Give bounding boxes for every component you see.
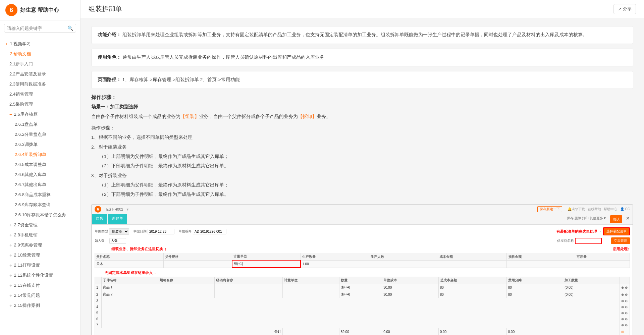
sidebar-item-settings[interactable]: + 2.12系统个性化设置 <box>0 270 80 280</box>
mock-ltd-alloc2: 80 <box>506 291 563 298</box>
mock-people-input[interactable] <box>109 238 126 244</box>
sidebar-item-inventory[interactable]: − 2.6库存核算 <box>0 109 80 119</box>
annotation2-text: 组装业务、拆卸业务在这里切换 <box>111 246 163 252</box>
sidebar-item-label: 2.15操作案例 <box>14 302 40 309</box>
sidebar-item-costadjust[interactable]: 2.6.5成本调整单 <box>0 160 80 170</box>
mock-lower-table-head: 子件名称 规格名称 经销商名称 计量单位 数量 单位成本 总成本金额 费用分摊 … <box>95 277 630 284</box>
mock-footer-v5: 0.00 <box>506 328 563 335</box>
mock-lower-table-body: 1 商品 1 (标+4) 30.00 80 80 (0.00) <box>95 284 630 328</box>
sidebar-item-cases[interactable]: + 2.15操作案例 <box>0 300 80 311</box>
sidebar-item-partialcount[interactable]: 2.6.2分量盘点单 <box>0 129 80 139</box>
path-intro-label: 页面路径： <box>98 77 121 82</box>
collapse-icon: − <box>9 112 12 117</box>
mock-close-icon[interactable]: ✕ <box>623 214 633 224</box>
sidebar-item-stockfix[interactable]: 2.6.10库存账本错了怎么办 <box>0 210 80 220</box>
mock-lth-tcost: 总成本金额 <box>438 277 506 284</box>
sidebar-item-dataprep[interactable]: 2.3使用前数据准备 <box>0 79 80 89</box>
sidebar-item-label: 2.11打印设置 <box>14 262 40 268</box>
mock-td-unit: 组(+1) <box>232 260 301 268</box>
sidebar-item-newuser[interactable]: 2.1新手入门 <box>0 59 80 69</box>
mock-th-parent-spec: 父件规格 <box>163 253 232 261</box>
mock-enable-btn[interactable]: 立采套用 <box>611 237 630 244</box>
sidebar-item-label: 2.9优惠券管理 <box>14 242 42 248</box>
sidebar-item-install[interactable]: 2.2产品安装及登录 <box>0 69 80 79</box>
mock-num-input[interactable] <box>193 229 226 234</box>
collapse-icon: − <box>5 52 8 57</box>
step3a-text: （1）上部明细为父件明细，最终作为原材料生成其它出库单； <box>91 181 633 189</box>
mock-field-num: 单据编号 <box>178 229 226 234</box>
mock-lth-unit: 计量单位 <box>283 277 339 284</box>
sidebar-item-purchase[interactable]: 2.5采购管理 <box>0 99 80 109</box>
sidebar-item-sales[interactable]: 2.4销售管理 <box>0 89 80 99</box>
expand-icon: + <box>5 42 8 47</box>
sidebar-item-label: 2.3使用前数据准备 <box>9 81 46 87</box>
feature-intro-text: 组装拆卸单用来处理企业组装或拆卸等加工业务，支持有固定装配清单的产品加工业务，也… <box>122 32 587 37</box>
mock-annotation5-row: 无固定流水单组成在这里录入 ↓ <box>95 270 630 275</box>
sidebar: 6 好生意 帮助中心 🔍 + 1.视频学习 − 2.帮助文档 2.1新手入门 2… <box>0 0 80 335</box>
scene1-title: 场景一：加工类型选择 <box>91 104 633 110</box>
mock-footer-v4: 0.00 <box>438 328 506 335</box>
sidebar-item-print[interactable]: + 2.11打印设置 <box>0 260 80 270</box>
mock-ltd-unit2 <box>283 291 339 298</box>
mock-assembly-btn[interactable]: 选择装配清单 <box>603 227 630 235</box>
sidebar-item-payment[interactable]: + 2.13在线支付 <box>0 280 80 290</box>
logo-icon: 6 <box>5 4 17 16</box>
table-row: 6 ⊕ ⊖ <box>95 316 630 322</box>
scene1-desc: 当由多个子件材料组装成一个成品的业务为【组装】业务，当由一个父件拆分成多个子产品… <box>91 113 633 121</box>
mock-td-people <box>369 260 438 268</box>
mock-footer-v1 <box>283 328 339 335</box>
mock-ltd-empty6 <box>102 316 620 322</box>
mock-lth-ucost: 单位成本 <box>382 277 439 284</box>
mock-ltd-idx7: 7 <box>95 322 102 328</box>
mock-footer-v3: 0.00 <box>382 328 439 335</box>
mock-ltd-action7: ⊕ ⊖ <box>620 322 630 328</box>
sidebar-item-video[interactable]: + 1.视频学习 <box>0 39 80 49</box>
sidebar-item-assembly[interactable]: 2.6.4组装拆卸单 <box>0 150 80 160</box>
sidebar-item-otherinbound[interactable]: 2.6.6其他入库单 <box>0 170 80 180</box>
sidebar-item-label: 2.1新手入门 <box>9 61 33 67</box>
step1-text: 1、根据不同的业务，选择不同单据的类型来处理 <box>91 133 633 142</box>
sidebar-item-costrecalc[interactable]: 2.6.8商品成本重算 <box>0 190 80 200</box>
mock-footer-v7: ⊞ <box>620 328 630 335</box>
mock-footer-row: 合计 89.00 0.00 0.00 0.00 ⊞ <box>95 328 630 335</box>
arrow-up2-icon: ↑ <box>628 246 630 252</box>
sidebar-item-helpdoc[interactable]: − 2.帮助文档 <box>0 49 80 59</box>
mock-type-select[interactable]: 组装单 <box>109 228 129 235</box>
sidebar-item-label: 2.6.6其他入库单 <box>15 172 46 178</box>
mock-ltd-empty3 <box>102 298 620 304</box>
mock-upper-table-container: 父件名称 父件规格 计量单位 生产数量 生产人数 成本金额 损耗金额 可用量 <box>95 253 630 268</box>
mock-form-row2: 如人数 供应商名称 立采套用 <box>95 237 630 244</box>
mock-th-avail: 可用量 <box>575 253 630 261</box>
mock-tab-zishou[interactable]: 自售 <box>92 214 107 224</box>
sidebar-item-faq[interactable]: + 2.14常见问题 <box>0 290 80 300</box>
mock-confirm-btn[interactable]: 确认 <box>610 215 622 223</box>
sidebar-item-finance[interactable]: + 2.7资金管理 <box>0 220 80 230</box>
mock-ltd-name1: 商品 1 <box>102 284 158 291</box>
sidebar-item-stockledger[interactable]: 2.6.9库存账本查询 <box>0 200 80 210</box>
sidebar-item-otheroutbound[interactable]: 2.6.7其他出库单 <box>0 180 80 190</box>
sidebar-item-label: 2.8手机旺铺 <box>14 232 38 238</box>
search-icon[interactable]: 🔍 <box>67 25 73 31</box>
expand-icon: + <box>9 223 12 228</box>
expand-icon: + <box>9 303 12 308</box>
mock-date-input[interactable] <box>148 229 174 234</box>
sidebar-item-mobile[interactable]: + 2.8手机旺铺 <box>0 230 80 240</box>
sidebar-item-transfer[interactable]: 2.6.3调拨单 <box>0 139 80 150</box>
mock-tab-new[interactable]: 新建单 <box>108 214 127 224</box>
mock-annotation2-row: 组装业务、拆卸业务在这里切换 ↑ 启用处理 ↑ <box>95 246 630 252</box>
sidebar-item-label: 2.6.1盘点单 <box>15 121 38 127</box>
mock-nav-icons: 🔔 App下载 在线帮助 帮助中心 👤 CC <box>568 207 630 212</box>
mock-lth-spec: 规格名称 <box>158 277 215 284</box>
mock-supplier-input[interactable] <box>575 238 602 244</box>
sidebar-item-coupon[interactable]: + 2.9优惠券管理 <box>0 240 80 250</box>
expand-icon: + <box>9 233 12 238</box>
mock-action-btns: 保存 删除 打印 其他更多▼ <box>564 214 609 224</box>
sidebar-item-label: 2.6库存核算 <box>14 111 38 117</box>
mock-ltd-tcost2: 80 <box>438 291 506 298</box>
sidebar-item-operations[interactable]: + 2.10经营管理 <box>0 250 80 260</box>
search-input[interactable] <box>7 26 67 31</box>
sidebar-item-stockcount[interactable]: 2.6.1盘点单 <box>0 119 80 129</box>
share-button[interactable]: ↗ 分享 <box>613 4 636 14</box>
mock-th-qty: 生产数量 <box>301 253 369 261</box>
mock-num-label: 单据编号 <box>178 229 192 234</box>
